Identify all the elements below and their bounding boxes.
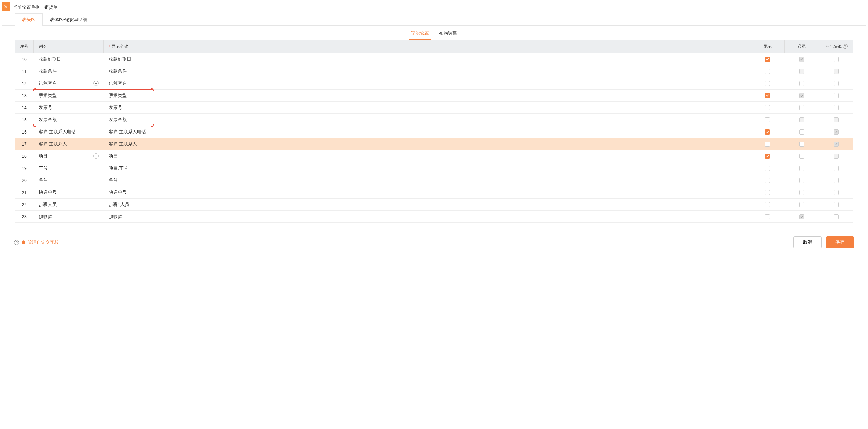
checkbox-required[interactable] <box>799 81 804 86</box>
row-display-name[interactable]: 预收款 <box>104 211 750 223</box>
checkbox-required[interactable] <box>799 202 804 207</box>
checkbox-required <box>799 117 804 122</box>
checkbox-show[interactable] <box>765 154 770 159</box>
header-readonly-label: 不可编辑 <box>825 44 842 49</box>
row-name: 项目+ <box>34 150 104 162</box>
sub-tab-1[interactable]: 布局调整 <box>437 30 459 40</box>
row-index: 15 <box>14 114 34 125</box>
cell-show <box>750 138 784 150</box>
cell-readonly <box>819 90 854 102</box>
plus-icon[interactable]: + <box>93 81 99 86</box>
tab-0[interactable]: 表头区 <box>14 13 43 26</box>
plus-icon[interactable]: + <box>93 153 99 159</box>
checkbox-show[interactable] <box>765 130 770 135</box>
table-header: 序号 列名 * 显示名称 显示 必录 不可编辑 ? <box>14 40 854 53</box>
row-name: 备注 <box>34 174 104 186</box>
row-display-name[interactable]: 项目.车号 <box>104 162 750 174</box>
chevron-right-double-icon <box>3 4 8 9</box>
table-row: 13票据类型票据类型 <box>14 90 854 102</box>
row-name: 客户.主联系人 <box>34 138 104 150</box>
checkbox-readonly[interactable] <box>834 214 839 219</box>
tab-1[interactable]: 表体区-销货单明细 <box>43 13 95 26</box>
header-show: 显示 <box>750 40 784 53</box>
row-display-name[interactable]: 项目 <box>104 150 750 162</box>
row-display-name[interactable]: 备注 <box>104 174 750 186</box>
checkbox-required[interactable] <box>799 178 804 183</box>
cell-readonly <box>819 174 854 186</box>
row-display-name[interactable]: 结算客户 <box>104 78 750 89</box>
row-name: 预收款 <box>34 211 104 223</box>
checkbox-readonly <box>834 154 839 159</box>
checkbox-show[interactable] <box>765 93 770 98</box>
row-display-name[interactable]: 收款条件 <box>104 65 750 77</box>
row-index: 22 <box>14 199 34 210</box>
help-icon[interactable]: ? <box>843 44 848 49</box>
save-button[interactable]: 保存 <box>826 236 854 248</box>
sub-tab-0[interactable]: 字段设置 <box>409 30 431 40</box>
checkbox-readonly <box>834 142 839 147</box>
checkbox-readonly[interactable] <box>834 105 839 110</box>
checkbox-required[interactable] <box>799 154 804 159</box>
collapse-toggle[interactable] <box>2 2 9 11</box>
row-name: 结算客户+ <box>34 78 104 89</box>
table-row: 11收款条件收款条件 <box>14 65 854 78</box>
row-index: 21 <box>14 187 34 198</box>
row-index: 18 <box>14 150 34 162</box>
header-readonly: 不可编辑 ? <box>819 40 854 53</box>
row-index: 16 <box>14 126 34 138</box>
checkbox-readonly[interactable] <box>834 190 839 195</box>
checkbox-show[interactable] <box>765 178 770 183</box>
checkbox-show[interactable] <box>765 142 770 147</box>
checkbox-readonly <box>834 69 839 74</box>
checkbox-show[interactable] <box>765 57 770 62</box>
checkbox-readonly[interactable] <box>834 93 839 98</box>
checkbox-show[interactable] <box>765 190 770 195</box>
checkbox-required[interactable] <box>799 105 804 110</box>
cell-show <box>750 90 784 102</box>
cell-required <box>784 187 819 198</box>
cell-required <box>784 78 819 89</box>
cell-readonly <box>819 102 854 113</box>
checkbox-show[interactable] <box>765 69 770 74</box>
row-display-name[interactable]: 发票号 <box>104 102 750 113</box>
row-name: 收款到期日 <box>34 53 104 65</box>
help-icon[interactable]: ? <box>14 240 19 245</box>
row-display-name[interactable]: 收款到期日 <box>104 53 750 65</box>
checkbox-readonly[interactable] <box>834 166 839 171</box>
table-row: 17客户.主联系人客户.主联系人 <box>14 138 854 150</box>
checkbox-required[interactable] <box>799 166 804 171</box>
checkbox-readonly[interactable] <box>834 57 839 62</box>
table-row: 18项目+项目 <box>14 150 854 162</box>
checkbox-show[interactable] <box>765 105 770 110</box>
row-display-name[interactable]: 快递单号 <box>104 187 750 198</box>
checkbox-show[interactable] <box>765 214 770 219</box>
row-index: 14 <box>14 102 34 113</box>
checkbox-readonly[interactable] <box>834 202 839 207</box>
cell-show <box>750 53 784 65</box>
row-display-name[interactable]: 步骤1人员 <box>104 199 750 210</box>
row-display-name[interactable]: 票据类型 <box>104 90 750 102</box>
main-tabs: 表头区表体区-销货单明细 <box>14 13 866 26</box>
cell-show <box>750 162 784 174</box>
checkbox-show[interactable] <box>765 202 770 207</box>
row-index: 10 <box>14 53 34 65</box>
footer: ? 管理自定义字段 取消 保存 <box>2 232 866 253</box>
cancel-button[interactable]: 取消 <box>794 236 822 248</box>
checkbox-required <box>799 214 804 219</box>
cell-required <box>784 53 819 65</box>
row-display-name[interactable]: 客户.主联系人 <box>104 138 750 150</box>
checkbox-required[interactable] <box>799 190 804 195</box>
row-display-name[interactable]: 发票金额 <box>104 114 750 125</box>
checkbox-show[interactable] <box>765 166 770 171</box>
manage-custom-fields-link[interactable]: 管理自定义字段 <box>28 240 59 246</box>
checkbox-required[interactable] <box>799 142 804 147</box>
cell-readonly <box>819 162 854 174</box>
checkbox-readonly[interactable] <box>834 81 839 86</box>
checkbox-show[interactable] <box>765 81 770 86</box>
checkbox-show[interactable] <box>765 117 770 122</box>
row-display-name[interactable]: 客户.主联系人电话 <box>104 126 750 138</box>
checkbox-readonly[interactable] <box>834 178 839 183</box>
table-row: 23预收款预收款 <box>14 211 854 223</box>
header-name: 列名 <box>34 40 104 53</box>
checkbox-required[interactable] <box>799 130 804 135</box>
